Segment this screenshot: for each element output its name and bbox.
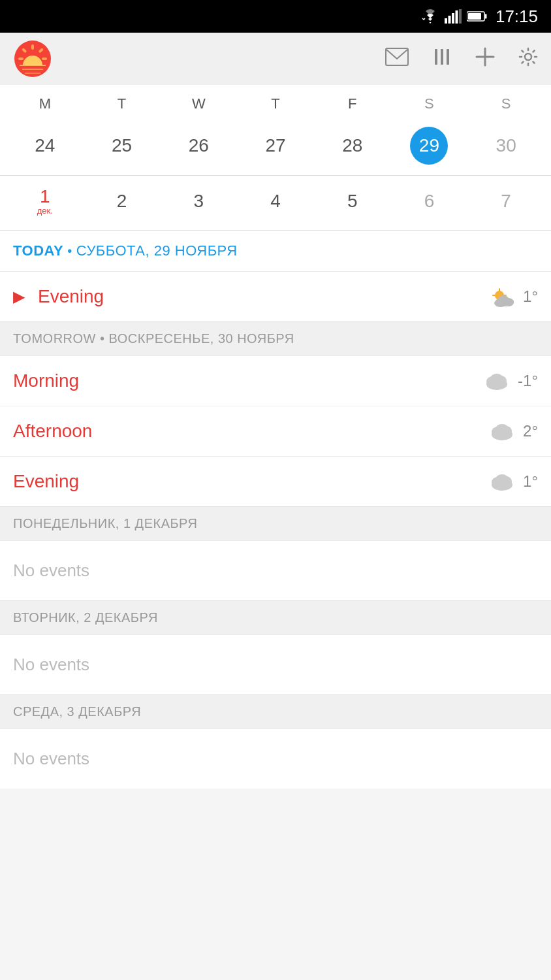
settings-icon[interactable] [518, 47, 538, 71]
svg-point-40 [496, 424, 509, 434]
date-1-dec[interactable]: 1 дек. [7, 181, 84, 221]
calendar-week2: 1 дек. 2 3 4 5 6 7 [0, 176, 551, 226]
date-26[interactable]: 26 [160, 122, 237, 170]
wednesday-header-label: СРЕДА, 3 ДЕКАБРЯ [13, 704, 141, 719]
wifi-icon [421, 9, 439, 24]
date-25[interactable]: 25 [84, 122, 161, 170]
svg-point-23 [525, 54, 531, 60]
partly-cloudy-icon [488, 286, 516, 307]
app-logo [13, 39, 52, 78]
temp-today-evening: 1° [523, 287, 538, 306]
temp-morning: -1° [518, 372, 538, 390]
temp-afternoon: 2° [523, 422, 538, 440]
tuesday-no-events: No events [0, 634, 551, 694]
event-left: ▶ Evening [13, 286, 104, 307]
tuesday-section-header: ВТОРНИК, 2 ДЕКАБРЯ [0, 600, 551, 634]
date-28[interactable]: 28 [314, 122, 391, 170]
svg-rect-2 [452, 13, 454, 24]
email-icon[interactable] [385, 48, 409, 71]
add-event-icon[interactable] [475, 47, 495, 71]
calendar-week1: 24 25 26 27 28 29 30 [0, 116, 551, 175]
event-left-afternoon: Afternoon [13, 421, 92, 442]
day-label-sun: S [467, 91, 544, 116]
monday-header-label: ПОНЕДЕЛЬНИК, 1 ДЕКАБРЯ [13, 516, 197, 531]
cloud-afternoon-icon [488, 421, 516, 441]
cloud-morning-icon [482, 371, 511, 391]
date-7-dec[interactable]: 7 [467, 181, 544, 221]
svg-rect-9 [31, 44, 34, 50]
event-row-tomorrow-afternoon[interactable]: Afternoon 2° [0, 406, 551, 456]
signal-icon [445, 9, 462, 24]
event-name-evening-tomorrow: Evening [13, 471, 79, 492]
days-of-week-row: M T W T F S S [0, 91, 551, 116]
today-date: СУББОТА, 29 НОЯБРЯ [76, 242, 238, 259]
svg-rect-1 [448, 16, 450, 24]
date-29-today[interactable]: 29 [391, 122, 468, 170]
event-weather-afternoon: 2° [488, 421, 538, 441]
event-weather-today-evening: 1° [488, 286, 538, 307]
view-toggle-icon[interactable] [432, 48, 452, 71]
event-row-today-evening[interactable]: ▶ Evening 1° [0, 271, 551, 321]
tuesday-header-label: ВТОРНИК, 2 ДЕКАБРЯ [13, 610, 158, 625]
svg-rect-7 [468, 13, 481, 20]
event-weather-evening-tomorrow: 1° [488, 472, 538, 491]
date-30[interactable]: 30 [467, 122, 544, 170]
today-label: TODAY [13, 242, 63, 259]
event-row-tomorrow-evening[interactable]: Evening 1° [0, 456, 551, 506]
svg-point-44 [496, 474, 509, 485]
status-icons [421, 9, 488, 24]
date-6-dec[interactable]: 6 [391, 181, 468, 221]
svg-rect-12 [42, 57, 47, 60]
event-name-afternoon: Afternoon [13, 421, 92, 442]
day-label-sat: S [391, 91, 468, 116]
svg-rect-18 [435, 49, 437, 65]
svg-rect-13 [18, 57, 24, 60]
svg-rect-4 [459, 9, 462, 24]
temp-evening-tomorrow: 1° [523, 472, 538, 491]
cloud-evening-icon [488, 472, 516, 491]
wednesday-no-events: No events [0, 728, 551, 789]
status-time: 17:15 [496, 7, 538, 27]
day-label-wed: W [160, 91, 237, 116]
event-arrow-today: ▶ [13, 287, 25, 306]
svg-rect-17 [386, 48, 408, 65]
event-name-morning: Morning [13, 370, 79, 391]
toolbar [0, 33, 551, 85]
day-label-tue: T [84, 91, 161, 116]
date-4-dec[interactable]: 4 [237, 181, 314, 221]
date-24[interactable]: 24 [7, 122, 84, 170]
date-27[interactable]: 27 [237, 122, 314, 170]
event-left-morning: Morning [13, 370, 79, 391]
today-dot: • [67, 244, 76, 258]
tomorrow-section-header: TOMORROW • ВОСКРЕСЕНЬЕ, 30 НОЯБРЯ [0, 321, 551, 355]
event-name-today-evening: Evening [38, 286, 104, 307]
event-weather-morning: -1° [482, 371, 538, 391]
toolbar-actions [385, 47, 538, 71]
svg-rect-20 [447, 49, 449, 65]
day-label-thu: T [237, 91, 314, 116]
monday-section-header: ПОНЕДЕЛЬНИК, 1 ДЕКАБРЯ [0, 506, 551, 540]
day-label-mon: M [7, 91, 84, 116]
calendar-header: M T W T F S S 24 25 26 27 28 29 30 1 дек… [0, 85, 551, 231]
date-5-dec[interactable]: 5 [314, 181, 391, 221]
status-bar: 17:15 [0, 0, 551, 33]
svg-point-32 [498, 295, 509, 303]
date-2-dec[interactable]: 2 [84, 181, 161, 221]
day-label-fri: F [314, 91, 391, 116]
battery-icon [467, 10, 488, 22]
tomorrow-header-label: TOMORROW • ВОСКРЕСЕНЬЕ, 30 НОЯБРЯ [13, 331, 294, 346]
svg-point-36 [490, 374, 503, 384]
today-section-header: TODAY • СУББОТА, 29 НОЯБРЯ [0, 231, 551, 271]
monday-no-events: No events [0, 540, 551, 600]
svg-rect-19 [441, 49, 443, 65]
event-left-evening-tomorrow: Evening [13, 471, 79, 492]
svg-rect-3 [455, 10, 458, 24]
svg-rect-6 [484, 14, 486, 19]
event-row-tomorrow-morning[interactable]: Morning -1° [0, 355, 551, 406]
date-3-dec[interactable]: 3 [160, 181, 237, 221]
events-area: TODAY • СУББОТА, 29 НОЯБРЯ ▶ Evening [0, 231, 551, 789]
wednesday-section-header: СРЕДА, 3 ДЕКАБРЯ [0, 694, 551, 728]
svg-rect-0 [445, 18, 447, 24]
